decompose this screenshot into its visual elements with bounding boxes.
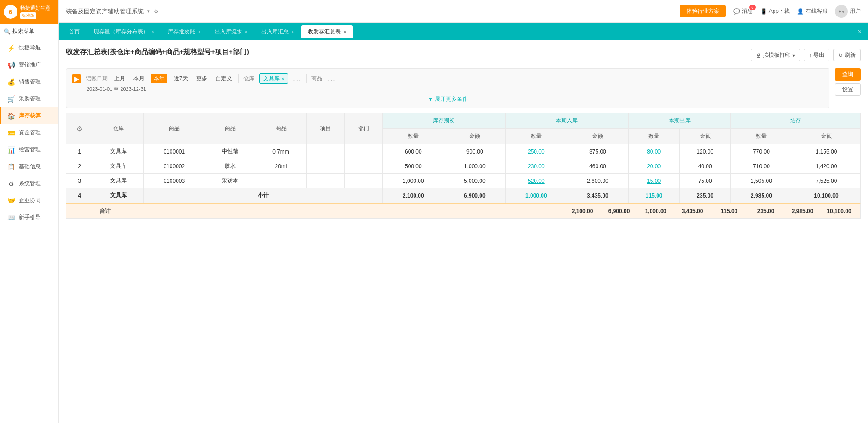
cell-opening-amt: 900.00 — [444, 144, 505, 159]
tab-home[interactable]: 首页 — [62, 25, 86, 38]
date-last-month-btn[interactable]: 上月 — [112, 74, 127, 83]
tab-inout-flow[interactable]: 出入库流水 × — [208, 25, 254, 38]
search-menu[interactable]: 🔍 搜索菜单 — [0, 24, 58, 39]
total-out-amt: 235.00 — [747, 208, 784, 214]
settings-gear-icon[interactable]: ⚙ — [154, 8, 159, 15]
subtotal-in-qty[interactable]: 1,000.00 — [505, 188, 567, 203]
sidebar-label-guide: 新手引导 — [19, 214, 41, 221]
sidebar-item-guide[interactable]: 📖 新手引导 — [0, 209, 58, 226]
message-action[interactable]: 💬 消息 6 — [733, 7, 753, 15]
sidebar-item-enterprise[interactable]: 🤝 企业协同 — [0, 192, 58, 209]
warehouse-tag[interactable]: 文具库 × — [259, 73, 288, 84]
sidebar-item-finance[interactable]: 💳 资金管理 — [0, 124, 58, 141]
date-label: 记账日期 — [86, 75, 108, 82]
total-balance-qty: 2,985.00 — [784, 208, 821, 214]
cell-out-qty[interactable]: 80.00 — [628, 144, 680, 159]
expand-more-btn[interactable]: ▼ 展开更多条件 — [428, 95, 468, 103]
basic-info-icon: 📋 — [7, 163, 15, 170]
sidebar-item-basic-info[interactable]: 📋 基础信息 — [0, 158, 58, 175]
subtotal-out-qty[interactable]: 115.00 — [628, 188, 680, 203]
print-btn[interactable]: 🖨 按模板打印 ▾ — [751, 49, 800, 61]
refresh-icon: ↻ — [838, 52, 843, 59]
tab-recv-summary[interactable]: 收发存汇总表 × — [301, 25, 353, 38]
sidebar-label-operations: 经营管理 — [19, 146, 41, 154]
warehouse-tag-close[interactable]: × — [282, 76, 284, 82]
marketing-icon: 📢 — [7, 61, 15, 69]
total-opening-qty: 2,100.00 — [564, 208, 601, 214]
experience-btn[interactable]: 体验行业方案 — [680, 5, 726, 17]
table-settings-icon[interactable]: ⚙ — [77, 125, 83, 132]
cell-code: 0100002 — [144, 159, 205, 174]
th-in-qty: 数量 — [505, 129, 567, 144]
tab-stock-dist[interactable]: 现存量（库存分布表） × — [87, 25, 160, 38]
enterprise-icon: 🤝 — [7, 197, 15, 204]
cell-warehouse: 文具库 — [93, 159, 144, 174]
query-btn[interactable]: 查询 — [835, 68, 861, 81]
filter-toggle-btn[interactable]: ▶ — [72, 74, 81, 83]
cell-index: 2 — [66, 159, 93, 174]
th-in-amt: 金额 — [567, 129, 628, 144]
sidebar-item-system[interactable]: ⚙ 系统管理 — [0, 175, 58, 192]
sidebar-logo: 6 畅捷通好生意 标准版 — [0, 0, 58, 24]
tab-inout-flow-close[interactable]: × — [245, 29, 248, 34]
cell-in-qty[interactable]: 250.00 — [505, 144, 567, 159]
cell-name: 采访本 — [205, 174, 255, 188]
table-row: 3 文具库 0100003 采访本 1,000.00 5,000.00 520.… — [66, 174, 861, 188]
tab-inout-summary[interactable]: 出入库汇总 × — [255, 25, 301, 38]
cell-spec — [255, 174, 307, 188]
sidebar-item-quick-nav[interactable]: ⚡ 快捷导航 — [0, 39, 58, 56]
sidebar-item-purchase[interactable]: 🛒 采购管理 — [0, 90, 58, 107]
warehouse-more-dots[interactable]: ... — [293, 75, 302, 83]
user-action[interactable]: Ea 用户 — [835, 5, 861, 18]
message-icon: 💬 — [733, 8, 740, 15]
sidebar-label-sales: 销售管理 — [19, 78, 41, 86]
date-this-month-btn[interactable]: 本月 — [132, 74, 146, 83]
online-service-action[interactable]: 👤 在线客服 — [797, 7, 828, 15]
page-content: 收发存汇总表(按仓库+商品编码+商品+规格型号+项目+部门) 🖨 按模板打印 ▾… — [59, 40, 868, 423]
sidebar-item-inventory[interactable]: 🏠 库存核算 — [0, 107, 58, 124]
tab-stock-dist-close[interactable]: × — [151, 29, 154, 34]
tab-recv-summary-label: 收发存汇总表 — [308, 28, 341, 36]
th-code: 商品 — [144, 113, 205, 144]
th-settings[interactable]: ⚙ — [66, 113, 93, 144]
cell-in-qty[interactable]: 520.00 — [505, 174, 567, 188]
sales-icon: 💰 — [7, 78, 15, 86]
cell-opening-qty: 500.00 — [382, 159, 444, 174]
cell-out-amt: 120.00 — [680, 144, 731, 159]
cell-out-qty[interactable]: 15.00 — [628, 174, 680, 188]
sidebar-item-sales[interactable]: 💰 销售管理 — [0, 73, 58, 90]
export-btn[interactable]: ↑ 导出 — [804, 49, 829, 61]
app-name: 畅捷通好生意 — [20, 5, 50, 11]
date-custom-btn[interactable]: 自定义 — [214, 74, 234, 83]
date-7days-btn[interactable]: 近7天 — [172, 74, 190, 83]
app-download-action[interactable]: 📱 App下载 — [760, 7, 790, 15]
tab-batch[interactable]: 库存批次账 × — [161, 25, 207, 38]
app-logo-icon: 6 — [4, 5, 17, 19]
tabbar-close-icon[interactable]: × — [855, 28, 864, 35]
tab-batch-close[interactable]: × — [198, 29, 201, 34]
sidebar: 6 畅捷通好生意 标准版 🔍 搜索菜单 ⚡ 快捷导航 📢 营销推广 💰 销售管理… — [0, 0, 59, 423]
table-row: 1 文具库 0100001 中性笔 0.7mm 600.00 900.00 25… — [66, 144, 861, 159]
tab-recv-summary-close[interactable]: × — [343, 29, 346, 34]
service-icon: 👤 — [797, 8, 804, 15]
subtotal-in-amt: 3,435.00 — [567, 188, 628, 203]
sidebar-item-operations[interactable]: 📊 经营管理 — [0, 141, 58, 158]
refresh-btn[interactable]: ↻ 刷新 — [833, 49, 861, 61]
commodity-more-dots[interactable]: ... — [327, 75, 336, 83]
th-in-group: 本期入库 — [505, 113, 628, 129]
system-dropdown[interactable]: ▾ — [147, 8, 150, 14]
tab-inout-summary-close[interactable]: × — [292, 29, 294, 34]
cell-opening-amt: 1,000.00 — [444, 159, 505, 174]
settings-btn[interactable]: 设置 — [835, 83, 861, 96]
cell-out-qty[interactable]: 20.00 — [628, 159, 680, 174]
date-this-year-btn[interactable]: 本年 — [151, 74, 167, 83]
guide-icon: 📖 — [7, 214, 15, 221]
cell-in-amt: 2,600.00 — [567, 174, 628, 188]
cell-in-qty[interactable]: 230.00 — [505, 159, 567, 174]
date-more-btn[interactable]: 更多 — [194, 74, 209, 83]
cell-dept — [344, 144, 382, 159]
subtotal-out-amt: 235.00 — [680, 188, 731, 203]
sidebar-item-marketing[interactable]: 📢 营销推广 — [0, 56, 58, 73]
total-balance-amt: 10,100.00 — [821, 208, 857, 214]
cell-name: 胶水 — [205, 159, 255, 174]
